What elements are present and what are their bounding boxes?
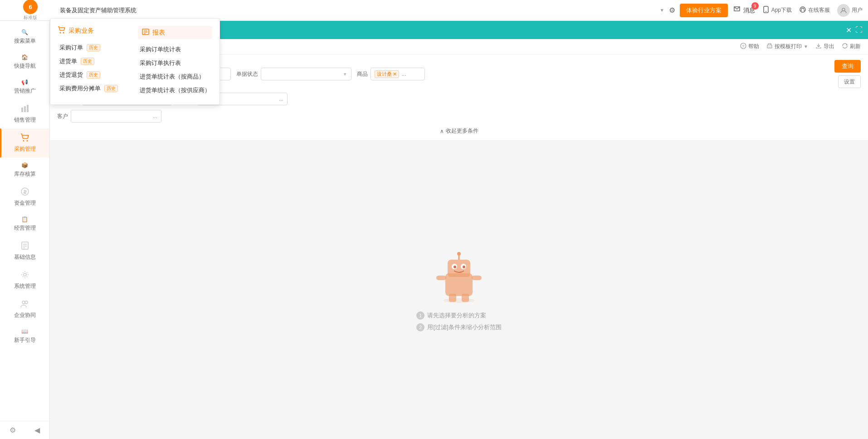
svg-point-29 (463, 266, 465, 268)
collapse-label: 收起更多条件 (446, 127, 478, 135)
print-label: 按模板打印 (775, 43, 802, 50)
sidebar-item-guide[interactable]: 📖 新手引导 (0, 324, 49, 349)
sidebar-item-finance[interactable]: 资金管理 (0, 183, 49, 212)
sidebar-item-label: 资金管理 (14, 199, 36, 207)
print-btn[interactable]: 按模板打印 ▼ (766, 43, 808, 50)
sidebar-item-enterprise[interactable]: 企业协同 (0, 295, 49, 324)
svg-point-3 (766, 11, 766, 12)
svg-text:6: 6 (29, 4, 32, 10)
sidebar-item-label: 基础信息 (14, 253, 36, 261)
hint-num-1: 1 (416, 311, 424, 320)
tab-close-window-icon[interactable]: ✕ (846, 26, 852, 35)
tab-bar-right: ✕ ⛶ (846, 26, 868, 35)
online-service-btn[interactable]: 在线客服 (799, 6, 830, 15)
svg-text:?: ? (742, 44, 745, 49)
purchase-order-stats-label: 采购订单统计表 (140, 45, 181, 54)
collapse-btn[interactable]: ∧ 收起更多条件 (440, 127, 478, 135)
doc-status-select[interactable]: ▼ (261, 68, 351, 80)
menu-section-purchase-label: 采购业务 (68, 27, 94, 35)
sidebar-item-basic-info[interactable]: 基础信息 (0, 237, 49, 266)
goods-more-dots[interactable]: ... (402, 71, 406, 77)
customer-filter: 客户 ... (57, 110, 161, 123)
sidebar-item-marketing[interactable]: 📢 营销推广 (0, 74, 49, 99)
menu-item-purchase-order[interactable]: 采购订单 历史 (58, 41, 120, 54)
svg-rect-32 (436, 276, 446, 280)
goods-tag-close-icon[interactable]: ✕ (393, 71, 397, 77)
app-download-btn[interactable]: App下载 (762, 6, 792, 15)
svg-rect-6 (21, 108, 23, 112)
customer-select[interactable]: ... (71, 110, 161, 123)
hint-num-2: 2 (416, 323, 424, 331)
sidebar-item-sales[interactable]: 销售管理 (0, 99, 49, 128)
refresh-btn[interactable]: 刷新 (842, 43, 861, 50)
message-btn[interactable]: 消息 9 (732, 5, 755, 15)
menu-item-purchase-order-exec[interactable]: 采购订单执行表 (138, 56, 212, 70)
svg-rect-22 (768, 46, 771, 48)
sidebar-bottom: ⚙ ◀ (0, 421, 49, 439)
menu-item-stock-return[interactable]: 进货退货 历史 (58, 68, 120, 82)
sidebar-settings-icon[interactable]: ⚙ (10, 426, 16, 434)
purchase-menu-icon (58, 26, 66, 35)
industry-btn[interactable]: 体验行业方案 (680, 4, 728, 17)
marketing-icon: 📢 (21, 79, 28, 85)
menu-item-stock-in[interactable]: 进货单 历史 (58, 54, 120, 68)
settings-btn[interactable]: 设置 (838, 75, 861, 88)
sidebar-collapse-icon[interactable]: ◀ (34, 426, 40, 434)
sidebar-item-purchase[interactable]: 采购管理 (0, 128, 49, 158)
home-icon: 🏠 (21, 54, 28, 60)
operations-icon: 📋 (21, 216, 28, 222)
goods-tag: 设计桑 ✕ (375, 70, 399, 78)
collapse-up-icon: ∧ (440, 128, 444, 134)
enterprise-icon (20, 299, 29, 310)
history-tag-stock-return: 历史 (87, 71, 100, 79)
goods-label: 商品 (357, 70, 368, 78)
service-icon (799, 6, 806, 15)
help-btn[interactable]: ? 帮助 (740, 43, 759, 50)
logo-icon: 6 (23, 0, 38, 14)
purchase-order-exec-label: 采购订单执行表 (140, 59, 181, 67)
customer-dots[interactable]: ... (153, 113, 157, 119)
menu-item-purchase-cost[interactable]: 采购费用分摊单 历史 (58, 82, 120, 95)
query-btn[interactable]: 查询 (834, 60, 861, 73)
menu-section-reports: 报表 采购订单统计表 采购订单执行表 进货单统计表（按商品） 进货单统计表（按供… (138, 26, 212, 97)
menu-item-stock-stats-by-goods[interactable]: 进货单统计表（按商品） (138, 70, 212, 84)
sidebar-item-label: 快捷导航 (14, 62, 36, 70)
header-right: 消息 9 App下载 在线客服 用户 (732, 4, 863, 17)
logo-area: 6 标准版 (5, 0, 55, 21)
svg-rect-25 (448, 260, 470, 277)
basic-info-icon (20, 241, 29, 252)
menu-section-purchase-title: 采购业务 (58, 26, 120, 35)
doc-status-label: 单据状态 (236, 70, 258, 78)
svg-point-9 (23, 140, 24, 142)
svg-rect-7 (24, 106, 26, 112)
dropdown-menu: 采购业务 采购订单 历史 进货单 历史 进货退货 历史 采购费用分摊单 历史 报… (50, 18, 220, 105)
sidebar-item-inventory[interactable]: 📦 库存核算 (0, 158, 49, 183)
sidebar-item-system[interactable]: 系统管理 (0, 266, 49, 295)
svg-point-37 (63, 32, 64, 34)
sidebar-item-search[interactable]: 🔍 搜索菜单 (0, 25, 49, 49)
menu-section-reports-label: 报表 (152, 29, 165, 37)
empty-hint: 1 请先选择要分析的方案 2 用[过滤]条件来缩小分析范围 (416, 311, 501, 331)
goods-select[interactable]: 设计桑 ✕ ... (371, 68, 425, 80)
sidebar-item-label: 营销推广 (14, 87, 36, 95)
sidebar-item-operations[interactable]: 📋 经营管理 (0, 212, 49, 237)
online-service-label: 在线客服 (808, 6, 830, 14)
salesperson-dots[interactable]: ... (279, 96, 283, 102)
system-title-dropdown-icon[interactable]: ▼ (660, 8, 664, 13)
export-btn[interactable]: 导出 (815, 43, 834, 50)
system-settings-icon[interactable]: ⚙ (669, 6, 675, 15)
purchase-cost-label: 采购费用分摊单 (59, 84, 101, 93)
system-title: 装备及固定资产辅助管理系统 (60, 6, 655, 15)
customer-label: 客户 (57, 113, 68, 120)
user-btn[interactable]: 用户 (837, 4, 863, 17)
sidebar: 🔍 搜索菜单 🏠 快捷导航 📢 营销推广 销售管理 采购管理 📦 库存核算 (0, 21, 50, 439)
sidebar-item-quick-nav[interactable]: 🏠 快捷导航 (0, 49, 49, 74)
menu-item-stock-stats-by-supplier[interactable]: 进货单统计表（按供应商） (138, 84, 212, 97)
svg-point-28 (454, 266, 456, 268)
empty-illustration (432, 248, 486, 304)
print-dropdown-icon[interactable]: ▼ (804, 44, 808, 49)
doc-status-dropdown-icon: ▼ (343, 72, 347, 77)
menu-item-purchase-order-stats[interactable]: 采购订单统计表 (138, 43, 212, 56)
help-icon: ? (740, 43, 746, 50)
tab-expand-icon[interactable]: ⛶ (855, 26, 863, 34)
